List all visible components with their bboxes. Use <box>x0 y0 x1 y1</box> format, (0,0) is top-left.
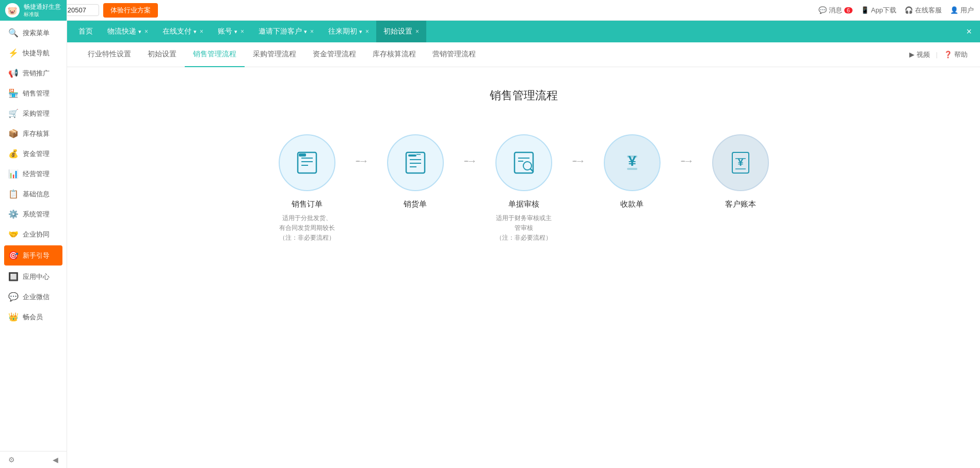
grid-icon: 🔲 <box>8 272 19 282</box>
subtab-right-actions: ▶ 视频 | ❓ 帮助 <box>909 50 968 59</box>
receipt-title: 收款单 <box>620 199 644 209</box>
nav-period[interactable]: 往来期初 ▾ × <box>321 21 376 42</box>
flow-node-sales-order: 销售订单 适用于分批发货、有合同发货周期较长（注：非必要流程） <box>266 134 348 243</box>
nav-payment-close[interactable]: × <box>200 28 203 35</box>
crown-icon: 👑 <box>8 312 19 322</box>
sidebar-item-member[interactable]: 👑 畅会员 <box>0 307 67 327</box>
sidebar-item-search[interactable]: 🔍 搜索菜单 <box>0 23 67 43</box>
logo-icon: 🐷 <box>5 3 20 18</box>
arrow-2: --→ <box>457 134 483 167</box>
messages-badge: 6 <box>844 7 853 13</box>
user-avatar-icon: 👤 <box>950 6 958 14</box>
subtab-finance-flow[interactable]: 资金管理流程 <box>304 42 364 67</box>
wechat-icon: 💬 <box>8 292 19 302</box>
sidebar-item-basic-info[interactable]: 📋 基础信息 <box>0 184 67 204</box>
nav-account-arrow: ▾ <box>234 28 237 35</box>
sidebar-item-marketing[interactable]: 📢 营销推广 <box>0 63 67 83</box>
svg-rect-4 <box>299 153 306 157</box>
delivery-title: 销货单 <box>404 199 427 209</box>
svg-rect-17 <box>627 155 637 158</box>
subtab-industry[interactable]: 行业特性设置 <box>79 42 139 67</box>
flow-nodes: 销售订单 适用于分批发货、有合同发货周期较长（注：非必要流程） --→ <box>98 134 949 243</box>
nav-init-close[interactable]: × <box>415 28 419 35</box>
message-icon: 💬 <box>818 6 827 14</box>
subtab-purchase-flow[interactable]: 采购管理流程 <box>245 42 304 67</box>
nav-invite[interactable]: 邀请下游客户 ▾ × <box>251 21 321 42</box>
nav-payment[interactable]: 在线支付 ▾ × <box>155 21 211 42</box>
arrow-4: --→ <box>673 134 699 167</box>
subtab-init[interactable]: 初始设置 <box>139 42 185 67</box>
nav-logistics-close[interactable]: × <box>144 28 148 35</box>
nav-period-close[interactable]: × <box>365 28 369 35</box>
target-icon: 🎯 <box>8 251 19 260</box>
sidebar-item-finance[interactable]: 💰 资金管理 <box>0 144 67 164</box>
sidebar-item-quick-nav[interactable]: ⚡ 快捷导航 <box>0 43 67 63</box>
flow-content: 销售管理流程 销售订单 适用于分批发货、有合同发货周期较长（注：非必要流程） <box>67 67 980 264</box>
app-download-item[interactable]: 📱 App下载 <box>861 6 896 15</box>
money-icon: 💰 <box>8 149 19 159</box>
sidebar-item-app-center[interactable]: 🔲 应用中心 <box>0 267 67 287</box>
logo-badge: 标准版 <box>24 11 61 18</box>
sidebar-item-collaboration[interactable]: 🤝 企业协同 <box>0 224 67 244</box>
audit-circle <box>495 134 552 191</box>
settings-icon[interactable]: ⚙ <box>8 456 15 464</box>
shop-icon: 🏪 <box>8 88 19 98</box>
sidebar-item-inventory[interactable]: 📦 库存核算 <box>0 123 67 144</box>
nav-logistics-arrow: ▾ <box>138 28 141 35</box>
user-item[interactable]: 👤 用户 <box>950 6 974 15</box>
search-icon: 🔍 <box>8 28 19 38</box>
subtab-marketing-flow[interactable]: 营销管理流程 <box>424 42 484 67</box>
sidebar-item-operations[interactable]: 📊 经营管理 <box>0 164 67 184</box>
messages-item[interactable]: 💬 消息 6 <box>818 6 853 15</box>
help-btn[interactable]: ❓ 帮助 <box>944 50 968 59</box>
sidebar-item-system[interactable]: ⚙️ 系统管理 <box>0 204 67 224</box>
top-bar-right: 💬 消息 6 📱 App下载 🎧 在线客服 👤 用户 <box>818 6 974 15</box>
delivery-circle <box>387 134 444 191</box>
video-btn[interactable]: ▶ 视频 <box>909 50 930 59</box>
audit-desc: 适用于财务审核或主管审核（注：非必要流程） <box>496 213 552 243</box>
nav-account[interactable]: 账号 ▾ × <box>211 21 251 42</box>
logo-title: 畅捷通好生意 <box>24 3 61 11</box>
flow-node-receipt: ¥ 收款单 <box>591 134 673 213</box>
messages-label: 消息 <box>829 6 842 15</box>
try-industry-button[interactable]: 体验行业方案 <box>103 3 158 18</box>
nav-global-close[interactable]: × <box>962 26 976 37</box>
svg-rect-18 <box>627 168 637 170</box>
online-service-label: 在线客服 <box>915 6 942 15</box>
top-bar: 用户690企业1660120507 体验行业方案 💬 消息 6 📱 App下载 … <box>0 0 980 21</box>
box-icon: 📦 <box>8 129 19 138</box>
marketing-icon: 📢 <box>8 68 19 78</box>
flow-node-audit: 单据审核 适用于财务审核或主管审核（注：非必要流程） <box>483 134 565 243</box>
arrow-3: --→ <box>565 134 591 167</box>
svg-text:¥: ¥ <box>628 153 636 169</box>
clipboard-icon: 📋 <box>8 189 19 199</box>
logo-area: 🐷 畅捷通好生意 标准版 <box>0 0 67 21</box>
video-icon: ▶ <box>909 51 914 58</box>
sales-order-circle <box>279 134 335 191</box>
subtab-inventory-flow[interactable]: 库存核算流程 <box>364 42 424 67</box>
nav-logistics[interactable]: 物流快递 ▾ × <box>100 21 155 42</box>
nav-init-settings[interactable]: 初始设置 × <box>376 21 426 42</box>
flow-title: 销售管理流程 <box>98 88 949 103</box>
sidebar-item-purchase[interactable]: 🛒 采购管理 <box>0 103 67 123</box>
receipt-circle: ¥ <box>604 134 661 191</box>
sidebar-item-wechat[interactable]: 💬 企业微信 <box>0 287 67 307</box>
nav-bar: 首页 物流快递 ▾ × 在线支付 ▾ × 账号 ▾ × 邀请下游客户 ▾ × 往… <box>67 21 980 42</box>
flash-icon: ⚡ <box>8 48 19 58</box>
nav-account-close[interactable]: × <box>240 28 244 35</box>
sidebar-item-guide[interactable]: 🎯 新手引导 <box>4 245 62 266</box>
handshake-icon: 🤝 <box>8 229 19 239</box>
collapse-icon[interactable]: ◀ <box>53 456 58 464</box>
nav-home[interactable]: 首页 <box>71 21 100 42</box>
online-service-item[interactable]: 🎧 在线客服 <box>905 6 942 15</box>
flow-node-account: ¥ 客户账本 <box>699 134 782 213</box>
chart-icon: 📊 <box>8 169 19 179</box>
flow-node-delivery: 销货单 <box>374 134 457 213</box>
subtab-sales-flow[interactable]: 销售管理流程 <box>185 42 245 67</box>
user-label: 用户 <box>960 6 974 15</box>
nav-invite-close[interactable]: × <box>310 28 314 35</box>
sidebar-item-sales[interactable]: 🏪 销售管理 <box>0 83 67 103</box>
sales-order-title: 销售订单 <box>292 199 323 209</box>
phone-icon: 📱 <box>861 6 869 14</box>
arrow-1: --→ <box>348 134 374 167</box>
